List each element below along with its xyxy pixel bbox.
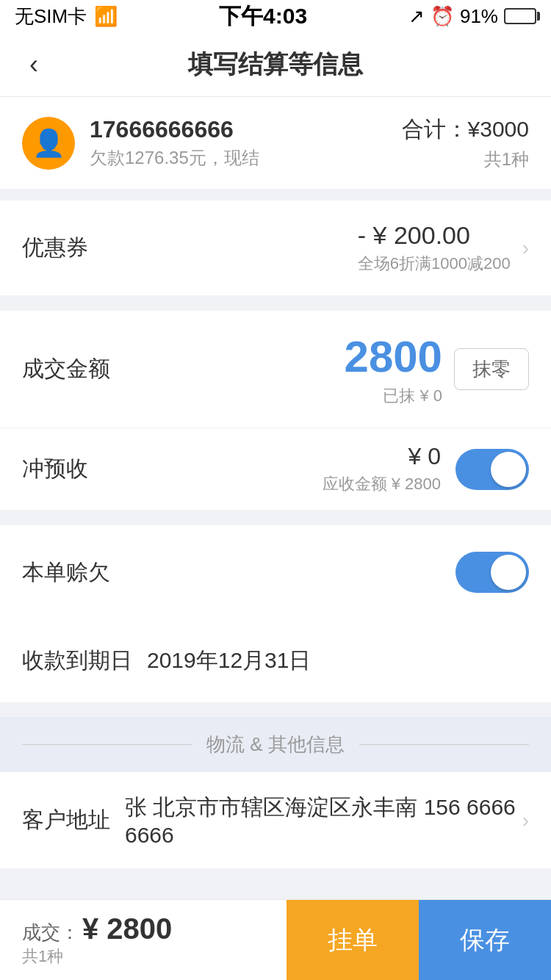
prepay-label: 冲预收 [22, 454, 88, 484]
deferred-toggle-knob [491, 555, 526, 590]
address-row[interactable]: 客户地址 张 北京市市辖区海淀区永丰南 156 6666 6666 › [0, 772, 551, 868]
customer-card: 👤 17666666666 欠款1276.35元，现结 合计：¥3000 共1种 [0, 97, 551, 189]
section-header-line-left [22, 744, 192, 745]
address-label: 客户地址 [22, 805, 110, 835]
coupon-row[interactable]: 优惠券 - ¥ 200.00 全场6折满1000减200 › [0, 201, 551, 296]
transaction-right: 2800 已抹 ¥ 0 抹零 [345, 331, 529, 407]
prepay-total: 应收金额 ¥ 2800 [323, 473, 441, 495]
due-date-value: 2019年12月31日 [147, 646, 311, 676]
coupon-right: - ¥ 200.00 全场6折满1000减200 › [358, 221, 529, 275]
coupon-amount: - ¥ 200.00 [358, 221, 511, 250]
back-button[interactable]: ‹ [22, 42, 46, 87]
status-right: ↗ ⏰ 91% [408, 5, 536, 28]
deferred-label: 本单赊欠 [22, 558, 110, 588]
coupon-desc: 全场6折满1000减200 [358, 253, 511, 275]
section-divider-3 [0, 702, 551, 717]
customer-debt: 欠款1276.35元，现结 [90, 146, 259, 170]
avatar: 👤 [22, 117, 75, 170]
alarm-icon: ⏰ [431, 5, 454, 28]
bottom-bar: 成交： ¥ 2800 共1种 挂单 保存 [0, 899, 551, 980]
battery-percent: 91% [460, 5, 498, 28]
wifi-icon: 📶 [94, 5, 118, 28]
deferred-row: 本单赊欠 [0, 525, 551, 619]
prepay-row: 冲预收 ¥ 0 应收金额 ¥ 2800 [0, 428, 551, 511]
transaction-amount: 2800 [345, 331, 442, 382]
bottom-buttons: 挂单 保存 [287, 900, 551, 980]
save-button[interactable]: 保存 [419, 900, 551, 980]
toggle-knob [491, 452, 526, 487]
prepay-amount: ¥ 0 [323, 443, 441, 470]
prepay-right: ¥ 0 应收金额 ¥ 2800 [323, 443, 529, 495]
status-time: 下午4:03 [219, 1, 307, 32]
transaction-info: 2800 已抹 ¥ 0 [345, 331, 442, 407]
bottom-summary: 成交： ¥ 2800 共1种 [0, 912, 287, 968]
customer-info: 17666666666 欠款1276.35元，现结 [90, 116, 259, 170]
address-value: 张 北京市市辖区海淀区永丰南 156 6666 6666 [125, 793, 522, 848]
hold-button[interactable]: 挂单 [287, 900, 419, 980]
coupon-info: - ¥ 200.00 全场6折满1000减200 [358, 221, 511, 275]
section-header-line-right [359, 744, 529, 745]
customer-right: 合计：¥3000 共1种 [402, 115, 529, 171]
transaction-sub: 已抹 ¥ 0 [345, 385, 442, 407]
customer-phone: 17666666666 [90, 116, 259, 143]
customer-left: 👤 17666666666 欠款1276.35元，现结 [22, 116, 259, 170]
bottom-deal-amount: ¥ 2800 [82, 912, 172, 945]
customer-count: 共1种 [402, 148, 529, 171]
due-date-label: 收款到期日 [22, 646, 132, 676]
due-date-row: 收款到期日 2019年12月31日 [0, 619, 551, 702]
battery-icon [504, 8, 536, 24]
bottom-count: 共1种 [22, 945, 264, 968]
section-header-text: 物流 & 其他信息 [206, 732, 345, 757]
transaction-label: 成交金额 [22, 354, 110, 384]
address-chevron: › [522, 809, 529, 832]
coupon-label: 优惠券 [22, 233, 88, 263]
deferred-toggle[interactable] [455, 552, 529, 593]
section-divider-2 [0, 511, 551, 525]
carrier-text: 无SIM卡 [15, 4, 87, 29]
transaction-row: 成交金额 2800 已抹 ¥ 0 抹零 [0, 311, 551, 428]
prepay-amount-info: ¥ 0 应收金额 ¥ 2800 [323, 443, 441, 495]
bottom-deal-line: 成交： ¥ 2800 [22, 912, 264, 945]
content: 👤 17666666666 欠款1276.35元，现结 合计：¥3000 共1种… [0, 97, 551, 980]
avatar-icon: 👤 [32, 128, 65, 159]
prepay-toggle[interactable] [455, 449, 529, 490]
page-title: 填写结算等信息 [188, 48, 363, 82]
nav-bar: ‹ 填写结算等信息 [0, 32, 551, 97]
section-divider-1 [0, 296, 551, 311]
coupon-chevron: › [522, 237, 529, 260]
section-header: 物流 & 其他信息 [0, 717, 551, 772]
bottom-deal-label: 成交： [22, 920, 79, 945]
status-left: 无SIM卡 📶 [15, 4, 118, 29]
status-bar: 无SIM卡 📶 下午4:03 ↗ ⏰ 91% [0, 0, 551, 32]
round-button[interactable]: 抹零 [454, 348, 529, 390]
customer-total: 合计：¥3000 [402, 115, 529, 145]
location-icon: ↗ [408, 5, 425, 28]
